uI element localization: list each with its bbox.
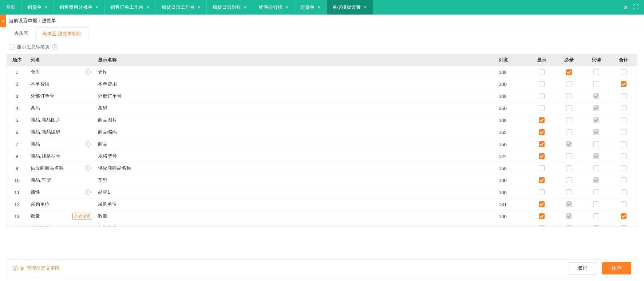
width-cell[interactable]: 100 (495, 66, 528, 78)
table-row[interactable]: 12采购单位采购单位131 (7, 198, 637, 210)
checkbox[interactable] (566, 153, 572, 159)
breadcrumb-arrow-icon[interactable]: » (0, 15, 6, 27)
display-cell[interactable]: 仓库 (94, 66, 495, 78)
table-row[interactable]: 6商品.商品编码商品编码165 (7, 126, 637, 138)
checkbox[interactable] (621, 153, 627, 159)
checkbox[interactable] (566, 225, 572, 227)
checkbox[interactable] (539, 201, 545, 207)
checkbox[interactable] (539, 225, 545, 227)
checkbox[interactable] (621, 141, 627, 147)
width-cell[interactable]: 100 (495, 186, 528, 198)
display-cell[interactable]: 外部订单号 (94, 90, 495, 102)
checkbox[interactable] (566, 177, 572, 183)
top-tab[interactable]: 首页 (0, 0, 21, 15)
plus-icon[interactable]: + (85, 141, 91, 147)
checkbox[interactable] (593, 213, 599, 219)
close-icon[interactable]: × (364, 4, 367, 10)
table-row[interactable]: 9供应商商品名称+供应商商品名称160 (7, 162, 637, 174)
display-cell[interactable]: 数量 (94, 210, 495, 222)
top-tab[interactable]: 销售费用分摊单× (54, 0, 104, 15)
sub-tab[interactable]: 表体区-进货单明细 (35, 27, 88, 40)
table-row[interactable]: 11属性+品牌1100 (7, 186, 637, 198)
table-scroll[interactable]: 顺序 列名 显示名称 列宽 显示 必录 只读 合计 1仓库+仓库1002本单费用… (7, 54, 637, 227)
checkbox[interactable] (566, 189, 572, 195)
top-tab[interactable]: 进货单× (295, 0, 327, 15)
close-icon[interactable]: × (146, 4, 149, 10)
checkbox[interactable] (621, 189, 627, 195)
checkbox[interactable] (621, 81, 627, 87)
table-row[interactable]: 8商品.规格型号规格型号124 (7, 150, 637, 162)
table-row[interactable]: 4条码条码250 (7, 102, 637, 114)
checkbox[interactable] (566, 93, 572, 99)
display-cell[interactable]: 商品 (94, 138, 495, 150)
checkbox[interactable] (621, 225, 627, 227)
checkbox[interactable] (621, 93, 627, 99)
table-row[interactable]: 14包装数量包装数量100 (7, 222, 637, 227)
checkbox[interactable] (566, 165, 572, 171)
checkbox[interactable] (621, 177, 627, 183)
top-tab[interactable]: 销货单× (21, 0, 54, 15)
top-tab[interactable]: 钱货日清对账× (207, 0, 253, 15)
table-row[interactable]: 3外部订单号外部订单号100 (7, 90, 637, 102)
formula-button[interactable]: 公式设置 (72, 213, 92, 220)
width-cell[interactable]: 100 (495, 114, 528, 126)
checkbox[interactable] (539, 129, 545, 135)
checkbox[interactable] (593, 141, 599, 147)
checkbox[interactable] (593, 201, 599, 207)
checkbox[interactable] (566, 81, 572, 87)
width-cell[interactable]: 100 (495, 174, 528, 186)
width-cell[interactable]: 160 (495, 138, 528, 150)
checkbox[interactable] (621, 105, 627, 111)
width-cell[interactable]: 100 (495, 78, 528, 90)
close-icon[interactable]: × (317, 4, 320, 10)
display-cell[interactable]: 条码 (94, 102, 495, 114)
top-tab[interactable]: 钱货日清工作台× (156, 0, 207, 15)
checkbox[interactable] (566, 117, 572, 123)
plus-icon[interactable]: + (85, 189, 91, 195)
checkbox[interactable] (539, 177, 545, 183)
width-cell[interactable]: 124 (495, 150, 528, 162)
checkbox[interactable] (621, 165, 627, 171)
width-cell[interactable]: 100 (495, 210, 528, 222)
display-cell[interactable]: 采购单位 (94, 198, 495, 210)
checkbox[interactable] (539, 81, 545, 87)
checkbox[interactable] (539, 213, 545, 219)
checkbox[interactable] (621, 129, 627, 135)
display-cell[interactable]: 商品编码 (94, 126, 495, 138)
close-icon[interactable]: × (44, 4, 47, 10)
top-tab[interactable]: 销售排行榜× (253, 0, 295, 15)
width-cell[interactable]: 131 (495, 198, 528, 210)
checkbox[interactable] (593, 69, 599, 75)
checkbox[interactable] (566, 129, 572, 135)
table-row[interactable]: 2本单费用本单费用100 (7, 78, 637, 90)
close-icon[interactable]: × (95, 4, 98, 10)
width-cell[interactable]: 100 (495, 222, 528, 227)
checkbox[interactable] (539, 165, 545, 171)
checkbox[interactable] (539, 153, 545, 159)
checkbox[interactable] (621, 213, 627, 219)
close-icon[interactable]: × (198, 4, 201, 10)
close-icon[interactable]: × (244, 4, 247, 10)
checkbox[interactable] (621, 69, 627, 75)
width-cell[interactable]: 160 (495, 162, 528, 174)
display-cell[interactable]: 车型 (94, 174, 495, 186)
top-tab[interactable]: 单据模板设置× (327, 0, 373, 15)
checkbox[interactable] (539, 189, 545, 195)
close-all-icon[interactable]: ✕ (623, 4, 628, 11)
checkbox[interactable] (539, 69, 545, 75)
display-cell[interactable]: 商品图片 (94, 114, 495, 126)
width-cell[interactable]: 250 (495, 102, 528, 114)
plus-icon[interactable]: + (85, 165, 91, 171)
display-cell[interactable]: 规格型号 (94, 150, 495, 162)
checkbox[interactable] (566, 105, 572, 111)
help-icon[interactable]: ? (52, 44, 57, 50)
show-summary-checkbox[interactable] (9, 44, 15, 50)
checkbox[interactable] (539, 141, 545, 147)
checkbox[interactable] (593, 189, 599, 195)
table-row[interactable]: 10商品.车型车型100 (7, 174, 637, 186)
display-cell[interactable]: 本单费用 (94, 78, 495, 90)
width-cell[interactable]: 165 (495, 126, 528, 138)
top-tab[interactable]: 销售订单工作台× (104, 0, 155, 15)
table-row[interactable]: 5商品.商品图片商品图片100 (7, 114, 637, 126)
width-cell[interactable]: 100 (495, 90, 528, 102)
